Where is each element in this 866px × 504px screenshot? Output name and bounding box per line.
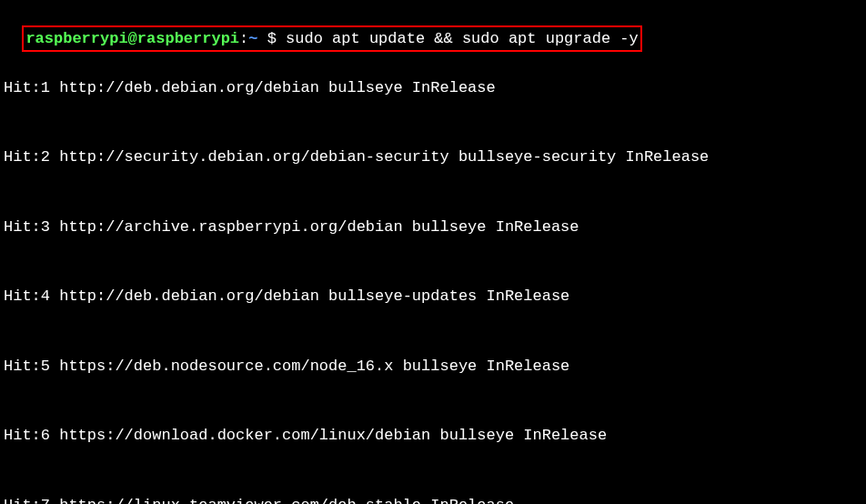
output-line: Hit:5 https://deb.nodesource.com/node_16… xyxy=(4,355,862,378)
command: sudo apt update && sudo apt upgrade -y xyxy=(286,30,639,47)
dollar: $ xyxy=(257,30,286,47)
prompt-line: raspberrypi@raspberrypi:~ $ sudo apt upd… xyxy=(22,25,641,53)
output-line: Hit:3 http://archive.raspberrypi.org/deb… xyxy=(4,216,862,239)
cwd: ~ xyxy=(248,30,257,47)
output-line: Hit:7 https://linux.teamviewer.com/deb s… xyxy=(4,494,862,505)
output-line: Hit:4 http://deb.debian.org/debian bulls… xyxy=(4,285,862,308)
prompt-colon: : xyxy=(239,30,248,47)
output-line: Hit:2 http://security.debian.org/debian-… xyxy=(4,146,862,169)
terminal[interactable]: raspberrypi@raspberrypi:~ $ sudo apt upd… xyxy=(4,2,862,504)
output-line: Hit:6 https://download.docker.com/linux/… xyxy=(4,424,862,448)
user-host: raspberrypi@raspberrypi xyxy=(25,30,239,47)
output-line: Hit:1 http://deb.debian.org/debian bulls… xyxy=(4,76,862,100)
